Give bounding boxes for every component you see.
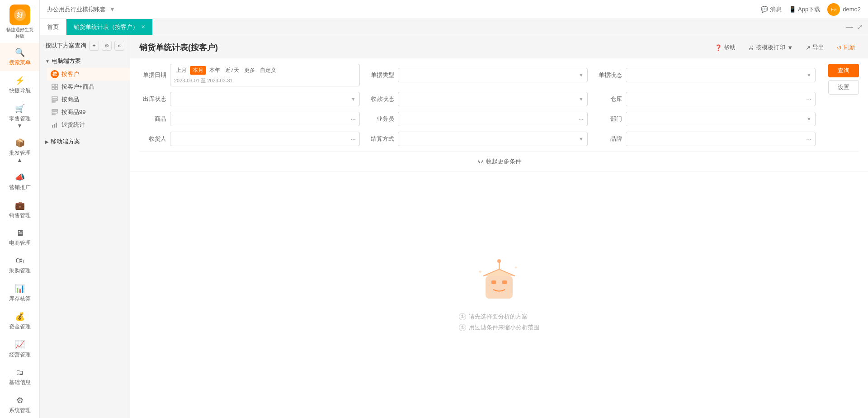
panel-collapse-btn[interactable]: «: [114, 41, 124, 51]
sidebar-item-system[interactable]: ⚙ 系统管理: [0, 391, 39, 418]
tree-parent-desktop[interactable]: ▼ 电脑端方案: [40, 54, 130, 68]
settlement-control[interactable]: ▼: [398, 132, 588, 146]
date-tab-7days[interactable]: 近7天: [223, 66, 241, 75]
goods-control[interactable]: ···: [170, 112, 360, 126]
home-tab-label: 首页: [47, 23, 59, 31]
svg-point-19: [497, 259, 501, 263]
download-btn[interactable]: 📱 App下载: [789, 5, 820, 14]
sales-icon: 💼: [15, 200, 25, 210]
salesperson-control[interactable]: ···: [398, 112, 588, 126]
sidebar-item-inventory[interactable]: 📊 库存核算: [0, 279, 39, 307]
quicknav-icon: ⚡: [15, 76, 25, 86]
goods99-icon: [51, 108, 59, 116]
filter-salesperson: 业务员 ···: [367, 112, 588, 126]
filter-row-1: 单据日期 上月 本月 本年 近7天 更多 自定义: [139, 64, 859, 146]
tree-child-by-customer[interactable]: 按 按客户: [47, 68, 130, 81]
svg-rect-7: [52, 99, 57, 100]
panel-add-btn[interactable]: +: [89, 41, 99, 51]
outbound-label: 出库状态: [139, 95, 166, 103]
sidebar-item-marketing[interactable]: 📣 营销推广: [0, 168, 39, 196]
date-tab-more[interactable]: 更多: [242, 66, 257, 75]
sidebar-item-operations[interactable]: 📈 经营管理: [0, 335, 39, 363]
purchase-icon: 🛍: [16, 256, 24, 266]
message-btn[interactable]: 💬 消息: [761, 5, 782, 14]
svg-rect-12: [52, 125, 53, 128]
date-tabs-container: 上月 本月 本年 近7天 更多 自定义: [174, 66, 278, 75]
collapse-btn[interactable]: ∧∧ 收起更多条件: [472, 156, 527, 167]
customer-goods-icon: [51, 83, 59, 91]
filter-grid-row4: 收货人 ··· 结算方式 ▼: [139, 132, 816, 146]
page-body: 按以下方案查询 + ⚙ « ▼ 电脑端方案 按 按客户: [40, 35, 868, 418]
tree-parent-mobile[interactable]: ▶ 移动端方案: [40, 135, 130, 148]
sidebar-item-finance[interactable]: 💰 资金管理: [0, 307, 39, 335]
sidebar-item-quicknav[interactable]: ⚡ 快捷导航: [0, 71, 39, 99]
marketing-icon: 📣: [15, 172, 25, 182]
sales-tab-label: 销货单统计表（按客户）: [74, 23, 138, 31]
date-tab-this-month[interactable]: 本月: [190, 66, 206, 75]
warehouse-control[interactable]: ···: [626, 92, 816, 106]
right-content: 销货单统计表(按客户) ❓ 帮助 🖨 按模板打印 ▼ ↗ 导出: [130, 35, 868, 418]
tree-child-customer-goods-label: 按客户+商品: [61, 83, 94, 91]
tab-maximize-btn[interactable]: ⤢: [857, 23, 863, 31]
department-control[interactable]: ▼: [626, 112, 816, 126]
filter-brand: 品牌 ···: [595, 132, 816, 146]
sidebar-item-search-label: 搜索菜单: [9, 59, 31, 66]
tree-expand-icon: ▼: [45, 59, 50, 64]
help-btn[interactable]: ❓ 帮助: [711, 42, 739, 53]
industry-dropdown-icon[interactable]: ▼: [109, 6, 115, 13]
tree-child-return-stats[interactable]: 退货统计: [47, 119, 130, 131]
sidebar-item-retail[interactable]: 🛒 零售管理 ▼: [0, 99, 39, 133]
status-control[interactable]: ▼: [626, 68, 816, 82]
search-icon: 🔍: [15, 48, 25, 57]
sidebar-item-basic[interactable]: 🗂 基础信息: [0, 363, 39, 391]
avatar: Ea: [827, 3, 840, 16]
step1-num: ①: [459, 313, 466, 320]
type-chevron-icon: ▼: [579, 72, 584, 78]
date-tab-this-year[interactable]: 本年: [208, 66, 222, 75]
svg-rect-14: [56, 123, 57, 128]
print-dropdown-icon[interactable]: ▼: [787, 44, 793, 51]
export-btn[interactable]: ↗ 导出: [802, 42, 828, 53]
date-tab-custom[interactable]: 自定义: [258, 66, 278, 75]
date-control[interactable]: 上月 本月 本年 近7天 更多 自定义 2023-03-01 至 2023-03…: [170, 64, 360, 86]
date-tab-last-month[interactable]: 上月: [174, 66, 189, 75]
tree-child-customer-goods[interactable]: 按客户+商品: [47, 81, 130, 93]
sidebar-item-purchase[interactable]: 🛍 采购管理: [0, 252, 39, 279]
empty-steps: ① 请先选择要分析的方案 ② 用过滤条件来缩小分析范围: [459, 313, 539, 334]
sidebar-item-inventory-label: 库存核算: [9, 295, 31, 303]
brand-dots-icon: ···: [806, 135, 811, 142]
warehouse-label: 仓库: [595, 95, 622, 103]
sidebar-item-wholesale[interactable]: 📦 批发管理 ▲: [0, 133, 39, 168]
tab-close-btn[interactable]: ✕: [141, 24, 145, 30]
settings-button[interactable]: 设置: [828, 80, 859, 95]
filter-settlement: 结算方式 ▼: [367, 132, 588, 146]
tab-home[interactable]: 首页: [40, 19, 66, 35]
query-button[interactable]: 查询: [828, 64, 859, 77]
brand-control[interactable]: ···: [626, 132, 816, 146]
sidebar-item-search[interactable]: 🔍 搜索菜单: [0, 43, 39, 71]
outbound-control[interactable]: ▼: [170, 92, 360, 106]
filter-grid-row2: 出库状态 ▼ 收款状态 ▼: [139, 92, 816, 106]
type-control[interactable]: ▼: [398, 68, 588, 82]
tab-sales-statistics[interactable]: 销货单统计表（按客户） ✕: [66, 19, 153, 35]
sidebar-item-ecommerce[interactable]: 🖥 电商管理: [0, 224, 39, 252]
recipient-control[interactable]: ···: [170, 132, 360, 146]
filter-type: 单据类型 ▼: [367, 64, 588, 86]
svg-rect-5: [55, 87, 57, 90]
empty-state: ✦ ✦ ① 请先选择要分析的方案 ② 用过滤条件来缩小分析范围: [459, 219, 539, 370]
refresh-btn[interactable]: ↺ 刷新: [833, 42, 859, 53]
user-btn[interactable]: Ea demo2: [827, 3, 861, 16]
inventory-icon: 📊: [15, 284, 25, 294]
filter-left: 单据日期 上月 本月 本年 近7天 更多 自定义: [139, 64, 816, 146]
tree-child-goods99[interactable]: 按商品99: [47, 106, 130, 119]
filter-goods: 商品 ···: [139, 112, 360, 126]
tab-minimize-btn[interactable]: —: [846, 23, 853, 31]
sidebar-item-sales[interactable]: 💼 销售管理: [0, 196, 39, 224]
panel-settings-btn[interactable]: ⚙: [102, 41, 112, 51]
collection-control[interactable]: ▼: [398, 92, 588, 106]
svg-rect-8: [52, 101, 55, 102]
svg-rect-16: [491, 280, 496, 284]
tree-child-by-goods[interactable]: 按商品: [47, 93, 130, 106]
print-btn[interactable]: 🖨 按模板打印 ▼: [745, 42, 797, 53]
tab-bar: 首页 销货单统计表（按客户） ✕ — ⤢: [40, 19, 868, 35]
